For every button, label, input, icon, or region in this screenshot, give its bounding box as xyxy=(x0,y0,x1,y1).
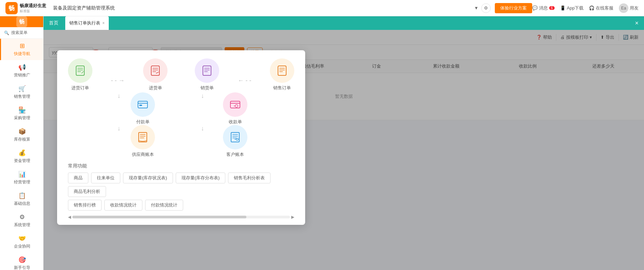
app-wrapper: 畅 畅康通好生意 标准版 装备及固定资产辅助管理系统 ▼ ⚙ 体验行业方案 💬 … xyxy=(0,0,644,270)
system-name: 装备及固定资产辅助管理系统 xyxy=(53,5,471,11)
message-label: 消息 xyxy=(539,5,548,11)
flow-arrow-h2: ← - - xyxy=(219,77,270,91)
flow-node-sales-bill[interactable] xyxy=(195,58,219,83)
flow-node-sales-order[interactable] xyxy=(270,58,294,83)
message-icon: 💬 xyxy=(532,5,538,11)
scrollbar-track[interactable] xyxy=(72,216,290,218)
finance-icon: 💰 xyxy=(18,149,26,157)
online-service-button[interactable]: 🎧 在线客服 xyxy=(589,5,613,11)
func-btn-inventory-status[interactable]: 现存量(库存状况表) xyxy=(123,173,173,183)
svg-rect-27 xyxy=(231,132,239,142)
sidebar-item-basic-info[interactable]: 📋 基础信息 xyxy=(0,188,43,210)
search-menu-button[interactable]: 🔍 搜索菜单 xyxy=(0,27,43,39)
flow-node-purchase-bill[interactable] xyxy=(143,58,168,83)
search-icon: 🔍 xyxy=(4,31,9,35)
func-btn-receipt-stats[interactable]: 收款情况统计 xyxy=(104,200,142,211)
sidebar-item-label-sales: 销售管理 xyxy=(14,94,30,100)
settings-button[interactable]: ⚙ xyxy=(481,3,491,13)
tab-bar-close-right[interactable]: × xyxy=(635,20,644,27)
logo-icon: 畅 xyxy=(5,2,18,14)
flow-col-receipt: 收款单 xyxy=(215,92,256,125)
flow-label-supplier-ledger: 供应商账本 xyxy=(132,151,154,158)
flow-label-sales-bill: 销货单 xyxy=(201,85,214,91)
sidebar-item-label-sys-mgmt: 系统管理 xyxy=(14,222,30,228)
flow-col-payment: 付款单 xyxy=(122,92,163,125)
common-func-title: 常用功能 xyxy=(68,163,294,169)
sidebar-item-label-operations: 经营管理 xyxy=(14,179,30,185)
svg-rect-12 xyxy=(278,66,286,75)
trial-button[interactable]: 体验行业方案 xyxy=(495,3,532,13)
flow-col-purchase-bill: 进货单 xyxy=(143,58,168,91)
sidebar: 畅 🔍 搜索菜单 ⊞ 快捷导航 📢 营销推广 🛒 销售管理 🏪 采购管理 xyxy=(0,16,43,270)
tab-close-button[interactable]: × xyxy=(102,21,105,25)
sidebar-item-marketing[interactable]: 📢 营销推广 xyxy=(0,60,43,82)
tab-active[interactable]: 销售订单执行表 × xyxy=(65,16,109,30)
scrollbar-thumb[interactable] xyxy=(72,216,246,218)
svg-rect-23 xyxy=(139,132,147,142)
newbie-icon: 🎯 xyxy=(18,256,26,264)
flow-col-sales-bill: 销货单 xyxy=(195,58,219,91)
scroll-right-arrow[interactable]: ▶ xyxy=(291,215,294,219)
func-btn-sales-profit[interactable]: 销售毛利分析表 xyxy=(228,173,271,183)
func-btn-goods[interactable]: 商品 xyxy=(68,173,88,183)
func-btn-goods-profit[interactable]: 商品毛利分析 xyxy=(68,186,106,197)
svg-rect-16 xyxy=(138,101,147,108)
top-right-area: 💬 消息 6 📱 App下载 🎧 在线客服 Ea 用友 xyxy=(532,3,639,13)
flow-label-sales-order: 销售订单 xyxy=(273,85,291,91)
sidebar-item-enterprise[interactable]: 🤝 企业协同 xyxy=(0,231,43,253)
sidebar-item-purchase[interactable]: 🏪 采购管理 xyxy=(0,103,43,124)
svg-point-31 xyxy=(236,138,238,140)
svg-rect-18 xyxy=(139,105,142,106)
logo-line1: 畅康通好生意 xyxy=(20,3,46,9)
sidebar-item-quick-nav[interactable]: ⊞ 快捷导航 xyxy=(0,39,43,60)
content-area: 首页 销售订单执行表 × × ❓ 帮助 xyxy=(43,16,644,270)
flow-node-supplier-ledger[interactable] xyxy=(130,125,155,149)
flow-label-receipt: 收款单 xyxy=(229,119,242,125)
page-content: ❓ 帮助 🖨 按模板打印 ▾ ⬆ 导出 xyxy=(43,30,644,270)
common-func-section: 常用功能 商品 往来单位 现存量(库存状况表) 现存量(库存分布表) 销售毛利分… xyxy=(68,163,294,211)
dropdown-button[interactable]: ▼ xyxy=(471,5,481,11)
func-btn-sales-rank[interactable]: 销售排行榜 xyxy=(68,200,102,211)
func-btn-inventory-dist[interactable]: 现存量(库存分布表) xyxy=(176,173,226,183)
flow-node-customer-ledger[interactable] xyxy=(223,125,247,149)
purchase-icon: 🏪 xyxy=(18,106,26,114)
sidebar-item-newbie[interactable]: 🎯 新手引导 xyxy=(0,253,43,270)
func-btns-row1: 商品 往来单位 现存量(库存状况表) 现存量(库存分布表) 销售毛利分析表 商品… xyxy=(68,173,294,197)
svg-rect-0 xyxy=(76,66,84,75)
service-icon: 🎧 xyxy=(589,5,594,11)
flow-col-customer-ledger: 客户账本 xyxy=(215,125,256,158)
sidebar-item-label-purchase: 采购管理 xyxy=(14,115,30,121)
sales-icon: 🛒 xyxy=(18,85,26,92)
main-area: 畅 🔍 搜索菜单 ⊞ 快捷导航 📢 营销推广 🛒 销售管理 🏪 采购管理 xyxy=(0,16,644,270)
flow-node-receipt[interactable] xyxy=(223,92,247,117)
flow-label-purchase-order: 进货订单 xyxy=(71,85,89,91)
flow-label-customer-ledger: 客户账本 xyxy=(226,151,244,158)
sidebar-item-operations[interactable]: 📊 经营管理 xyxy=(0,167,43,188)
top-bar: 畅 畅康通好生意 标准版 装备及固定资产辅助管理系统 ▼ ⚙ 体验行业方案 💬 … xyxy=(0,0,644,16)
sidebar-logo: 畅 xyxy=(0,16,43,27)
flow-label-payment: 付款单 xyxy=(136,119,150,125)
sidebar-item-sys-mgmt[interactable]: ⚙ 系统管理 xyxy=(0,210,43,231)
sidebar-item-finance[interactable]: 💰 资金管理 xyxy=(0,146,43,167)
flow-node-purchase-order[interactable] xyxy=(68,58,92,83)
popup-scrollbar: ◀ ▶ xyxy=(68,215,294,219)
sidebar-item-label-finance: 资金管理 xyxy=(14,158,30,164)
message-button[interactable]: 💬 消息 6 xyxy=(532,5,555,11)
logo-line2: 标准版 xyxy=(20,9,46,14)
inventory-icon: 📦 xyxy=(18,128,26,135)
sidebar-item-sales[interactable]: 🛒 销售管理 xyxy=(0,82,43,103)
scroll-left-arrow[interactable]: ◀ xyxy=(68,215,71,219)
func-btn-payment-stats[interactable]: 付款情况统计 xyxy=(145,200,183,211)
tab-home[interactable]: 首页 xyxy=(43,16,64,30)
app-download-button[interactable]: 📱 App下载 xyxy=(560,5,584,11)
flow-node-payment[interactable] xyxy=(130,92,155,117)
user-info[interactable]: Ea 用友 xyxy=(619,3,639,13)
logo-text: 畅康通好生意 标准版 xyxy=(20,3,46,14)
tab-active-label: 销售订单执行表 xyxy=(69,20,100,26)
quick-nav-icon: ⊞ xyxy=(20,42,25,50)
operations-icon: 📊 xyxy=(18,170,26,178)
func-btn-partner[interactable]: 往来单位 xyxy=(91,173,120,183)
popup: 进货订单 - - → 进货单 xyxy=(57,50,305,225)
user-name: 用友 xyxy=(630,5,639,11)
sidebar-item-inventory[interactable]: 📦 库存核算 xyxy=(0,124,43,146)
